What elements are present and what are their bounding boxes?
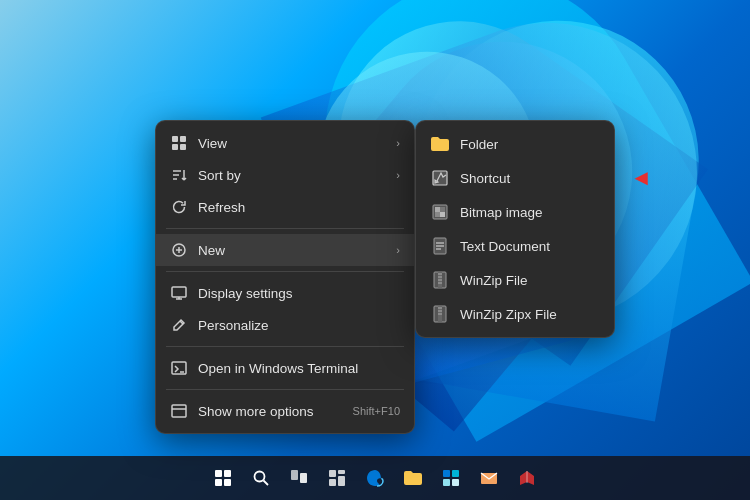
folder-icon bbox=[430, 134, 450, 154]
svg-rect-40 bbox=[224, 470, 231, 477]
taskbar-mail-button[interactable] bbox=[473, 462, 505, 494]
taskbar-taskview-button[interactable] bbox=[283, 462, 315, 494]
submenu-item-textdoc-label: Text Document bbox=[460, 239, 550, 254]
svg-rect-47 bbox=[329, 470, 336, 477]
svg-rect-41 bbox=[215, 479, 222, 486]
submenu-item-bitmap[interactable]: Bitmap image bbox=[416, 195, 614, 229]
taskbar-store-button[interactable] bbox=[435, 462, 467, 494]
svg-rect-1 bbox=[180, 136, 186, 142]
menu-item-view[interactable]: View › bbox=[156, 127, 414, 159]
submenu-item-folder-label: Folder bbox=[460, 137, 498, 152]
menu-item-more-label: Show more options bbox=[198, 404, 314, 419]
svg-rect-3 bbox=[180, 144, 186, 150]
svg-rect-50 bbox=[338, 476, 345, 486]
taskbar-start-button[interactable] bbox=[207, 462, 239, 494]
personalize-icon bbox=[170, 316, 188, 334]
taskbar bbox=[0, 456, 750, 500]
svg-rect-42 bbox=[224, 479, 231, 486]
textdoc-icon bbox=[430, 236, 450, 256]
svg-point-43 bbox=[255, 472, 265, 482]
taskbar-edge-button[interactable] bbox=[359, 462, 391, 494]
svg-rect-20 bbox=[435, 207, 440, 212]
svg-rect-53 bbox=[443, 479, 450, 486]
view-arrow: › bbox=[396, 137, 400, 149]
svg-rect-10 bbox=[172, 287, 186, 297]
svg-rect-15 bbox=[172, 405, 186, 417]
svg-rect-2 bbox=[172, 144, 178, 150]
more-shortcut: Shift+F10 bbox=[353, 405, 400, 417]
submenu-item-winzip-label: WinZip File bbox=[460, 273, 528, 288]
svg-rect-48 bbox=[338, 470, 345, 474]
sort-arrow: › bbox=[396, 169, 400, 181]
svg-rect-49 bbox=[329, 479, 336, 486]
divider-2 bbox=[166, 271, 404, 272]
svg-rect-46 bbox=[300, 473, 307, 483]
menu-item-display-label: Display settings bbox=[198, 286, 293, 301]
submenu-item-winzipx-label: WinZip Zipx File bbox=[460, 307, 557, 322]
taskbar-office-button[interactable] bbox=[511, 462, 543, 494]
new-icon bbox=[170, 241, 188, 259]
svg-rect-39 bbox=[215, 470, 222, 477]
winzip-icon bbox=[430, 270, 450, 290]
more-icon bbox=[170, 402, 188, 420]
winzipx-icon bbox=[430, 304, 450, 324]
divider-4 bbox=[166, 389, 404, 390]
bitmap-icon bbox=[430, 202, 450, 222]
display-icon bbox=[170, 284, 188, 302]
shortcut-icon bbox=[430, 168, 450, 188]
svg-line-44 bbox=[264, 481, 269, 486]
terminal-icon bbox=[170, 359, 188, 377]
submenu-item-textdoc[interactable]: Text Document bbox=[416, 229, 614, 263]
submenu-item-shortcut-label: Shortcut bbox=[460, 171, 510, 186]
divider-3 bbox=[166, 346, 404, 347]
taskbar-widgets-button[interactable] bbox=[321, 462, 353, 494]
menu-item-sort-label: Sort by bbox=[198, 168, 241, 183]
menu-item-display[interactable]: Display settings bbox=[156, 277, 414, 309]
context-menu: View › Sort by › bbox=[155, 120, 415, 434]
menu-item-refresh-label: Refresh bbox=[198, 200, 245, 215]
submenu-new: Folder Shortcut ◄ bbox=[415, 120, 615, 338]
menu-item-new-label: New bbox=[198, 243, 225, 258]
desktop: View › Sort by › bbox=[0, 0, 750, 500]
refresh-icon bbox=[170, 198, 188, 216]
taskbar-search-button[interactable] bbox=[245, 462, 277, 494]
svg-rect-22 bbox=[435, 212, 440, 217]
sort-icon bbox=[170, 166, 188, 184]
submenu-item-winzipx[interactable]: WinZip Zipx File bbox=[416, 297, 614, 331]
svg-rect-45 bbox=[291, 470, 298, 480]
menu-item-personalize[interactable]: Personalize bbox=[156, 309, 414, 341]
submenu-item-winzip[interactable]: WinZip File bbox=[416, 263, 614, 297]
svg-rect-21 bbox=[440, 207, 445, 212]
svg-rect-0 bbox=[172, 136, 178, 142]
menu-item-personalize-label: Personalize bbox=[198, 318, 269, 333]
menu-item-terminal-label: Open in Windows Terminal bbox=[198, 361, 358, 376]
svg-rect-23 bbox=[440, 212, 445, 217]
red-arrow-indicator: ◄ bbox=[630, 165, 652, 191]
submenu-item-shortcut[interactable]: Shortcut ◄ bbox=[416, 161, 614, 195]
new-arrow: › bbox=[396, 244, 400, 256]
view-icon bbox=[170, 134, 188, 152]
menu-item-sort[interactable]: Sort by › bbox=[156, 159, 414, 191]
menu-item-view-label: View bbox=[198, 136, 227, 151]
menu-item-new[interactable]: New › bbox=[156, 234, 414, 266]
menu-item-refresh[interactable]: Refresh bbox=[156, 191, 414, 223]
svg-rect-51 bbox=[443, 470, 450, 477]
divider-1 bbox=[166, 228, 404, 229]
submenu-item-folder[interactable]: Folder bbox=[416, 127, 614, 161]
taskbar-explorer-button[interactable] bbox=[397, 462, 429, 494]
submenu-item-bitmap-label: Bitmap image bbox=[460, 205, 543, 220]
svg-rect-54 bbox=[452, 479, 459, 486]
menu-item-more[interactable]: Show more options Shift+F10 bbox=[156, 395, 414, 427]
menu-item-terminal[interactable]: Open in Windows Terminal bbox=[156, 352, 414, 384]
svg-rect-52 bbox=[452, 470, 459, 477]
